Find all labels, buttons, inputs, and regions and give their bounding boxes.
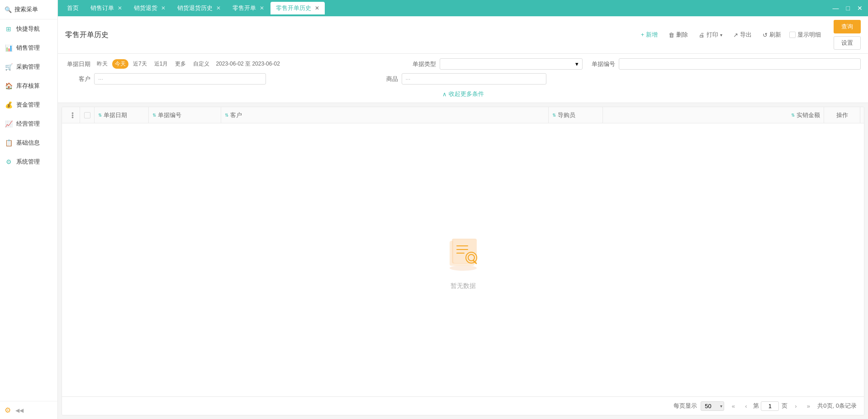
detail-checkbox-icon[interactable]: [789, 32, 796, 38]
date-more[interactable]: 更多: [172, 59, 189, 69]
sidebar-item-system[interactable]: ⚙ 系统管理: [0, 152, 57, 171]
filter-customer-col: 客户 ···: [65, 73, 365, 85]
sidebar-item-label: 采购管理: [16, 63, 40, 71]
sidebar-search[interactable]: 🔍 搜索采单: [0, 0, 57, 19]
sidebar-collapse-icon[interactable]: ◀◀: [15, 407, 24, 414]
sort-icon-num[interactable]: ⇅: [152, 113, 156, 118]
svg-point-10: [466, 252, 477, 263]
svg-point-1: [72, 112, 74, 114]
date-7days[interactable]: 近7天: [130, 59, 150, 69]
tab-close-icon[interactable]: ✕: [216, 5, 221, 11]
tab-home[interactable]: 首页: [62, 2, 84, 14]
sort-icon-date[interactable]: ⇅: [98, 113, 102, 118]
header-checkbox-icon[interactable]: [84, 112, 90, 118]
query-button[interactable]: 查询: [834, 20, 861, 33]
goods-filter-input[interactable]: ···: [402, 73, 546, 85]
col-guide: ⇅ 导购员: [549, 107, 603, 123]
filter-row-1: 单据日期 昨天 今天 近7天 近1月 更多 自定义 2023-06-02 至 2…: [65, 58, 861, 70]
sort-icon-amount[interactable]: ⇅: [791, 113, 795, 118]
col-customer: ⇅ 客户: [221, 107, 549, 123]
date-yesterday[interactable]: 昨天: [94, 59, 110, 69]
tab-sales-return[interactable]: 销货退货 ✕: [128, 2, 171, 14]
sidebar-item-operations[interactable]: 📈 经营管理: [0, 114, 57, 133]
sidebar-item-quick-nav[interactable]: ⊞ 快捷导航: [0, 19, 57, 38]
sidebar-item-label: 快捷导航: [16, 25, 40, 33]
sidebar-bottom: ⚙ ◀◀: [0, 401, 57, 419]
date-range-text: 2023-06-02 至 2023-06-02: [216, 60, 280, 68]
operations-icon: 📈: [5, 120, 13, 128]
finance-icon: 💰: [5, 101, 13, 109]
first-page-button[interactable]: «: [728, 400, 739, 411]
tab-label: 销售订单: [90, 4, 114, 12]
export-button[interactable]: ↗ 导出: [730, 29, 754, 41]
num-filter-input[interactable]: [619, 58, 861, 70]
delete-icon: 🗑: [669, 32, 674, 38]
filter-row-2: 客户 ··· 商品 ···: [65, 73, 861, 85]
date-custom[interactable]: 自定义: [190, 59, 212, 69]
per-page-select[interactable]: 10 20 50 100: [701, 401, 724, 411]
pagination: 每页显示 10 20 50 100 « ‹ 第 页 › »: [62, 396, 864, 415]
sort-icon-customer[interactable]: ⇅: [225, 113, 228, 118]
sidebar-item-label: 库存核算: [16, 82, 40, 90]
collapse-bar[interactable]: ∧ 收起更多条件: [65, 88, 861, 98]
tab-retail-open[interactable]: 零售开单 ✕: [227, 2, 270, 14]
search-icon: 🔍: [5, 6, 12, 13]
svg-point-2: [72, 116, 74, 118]
refresh-icon: ↺: [763, 32, 768, 38]
page-of-label: 页: [782, 402, 787, 410]
next-page-button[interactable]: ›: [790, 400, 801, 411]
sidebar-item-base-info[interactable]: 📋 基础信息: [0, 133, 57, 152]
sidebar-item-sales-mgmt[interactable]: 📊 销售管理: [0, 38, 57, 57]
per-page-select-wrap[interactable]: 10 20 50 100: [701, 401, 724, 411]
num-filter-label: 单据编号: [590, 60, 615, 68]
system-icon: ⚙: [5, 158, 13, 166]
settings-gear-icon[interactable]: ⚙: [5, 406, 11, 414]
page-title: 零售开单历史: [65, 30, 109, 40]
page-area: 零售开单历史 + 新增 🗑 删除 🖨 打印 ▾ ↗ 导出 ↺: [58, 16, 868, 419]
tab-close-icon[interactable]: ✕: [161, 5, 166, 11]
column-settings[interactable]: [66, 107, 80, 123]
date-today[interactable]: 今天: [112, 59, 128, 69]
sidebar-item-inventory[interactable]: 🏠 库存核算: [0, 76, 57, 95]
close-button[interactable]: ✕: [855, 4, 864, 13]
select-all-checkbox[interactable]: [80, 107, 95, 123]
col-date: ⇅ 单据日期: [95, 107, 149, 123]
table-header: ⇅ 单据日期 ⇅ 单据编号 ⇅ 客户 ⇅ 导购员 ⇅ 实销金额: [62, 107, 864, 123]
refresh-button[interactable]: ↺ 刷新: [760, 29, 784, 41]
customer-filter-label: 客户: [65, 75, 90, 83]
goods-filter-label: 商品: [373, 75, 398, 83]
tab-retail-open-history[interactable]: 零售开单历史 ✕: [270, 2, 325, 14]
tab-close-icon[interactable]: ✕: [315, 5, 319, 11]
base-info-icon: 📋: [5, 139, 13, 147]
sidebar-item-purchase-mgmt[interactable]: 🛒 采购管理: [0, 57, 57, 76]
sort-icon-guide[interactable]: ⇅: [552, 113, 556, 118]
minimize-button[interactable]: —: [831, 4, 841, 13]
delete-button[interactable]: 🗑 删除: [666, 29, 691, 41]
type-filter-label: 单据类型: [411, 60, 436, 68]
sidebar-item-label: 系统管理: [16, 158, 40, 166]
settings-button[interactable]: 设置: [834, 36, 861, 50]
prev-page-button[interactable]: ‹: [740, 400, 751, 411]
print-button[interactable]: 🖨 打印 ▾: [696, 29, 725, 41]
purchase-mgmt-icon: 🛒: [5, 63, 13, 71]
tab-sales-order[interactable]: 销售订单 ✕: [85, 2, 128, 14]
tab-sales-return-history[interactable]: 销货退货历史 ✕: [172, 2, 226, 14]
date-1month[interactable]: 近1月: [152, 59, 171, 69]
add-button[interactable]: + 新增: [638, 29, 660, 41]
inventory-icon: 🏠: [5, 82, 13, 90]
tab-close-icon[interactable]: ✕: [118, 5, 122, 11]
tab-label: 销货退货: [134, 4, 157, 12]
maximize-button[interactable]: □: [844, 4, 852, 13]
type-filter-select[interactable]: ▾: [440, 58, 583, 70]
display-detail-checkbox[interactable]: 显示明细: [789, 31, 821, 39]
col-op: 操作: [824, 107, 860, 123]
current-page-input[interactable]: [761, 401, 779, 411]
last-page-button[interactable]: »: [803, 400, 814, 411]
sidebar-item-label: 资金管理: [16, 101, 40, 109]
filter-goods-col: 商品 ···: [373, 73, 554, 85]
sidebar-item-finance[interactable]: 💰 资金管理: [0, 95, 57, 114]
toolbar-actions: + 新增 🗑 删除 🖨 打印 ▾ ↗ 导出 ↺ 刷新: [638, 20, 861, 50]
tab-close-icon[interactable]: ✕: [260, 5, 264, 11]
customer-filter-input[interactable]: ···: [94, 73, 266, 85]
query-set-buttons: 查询 设置: [834, 20, 861, 50]
